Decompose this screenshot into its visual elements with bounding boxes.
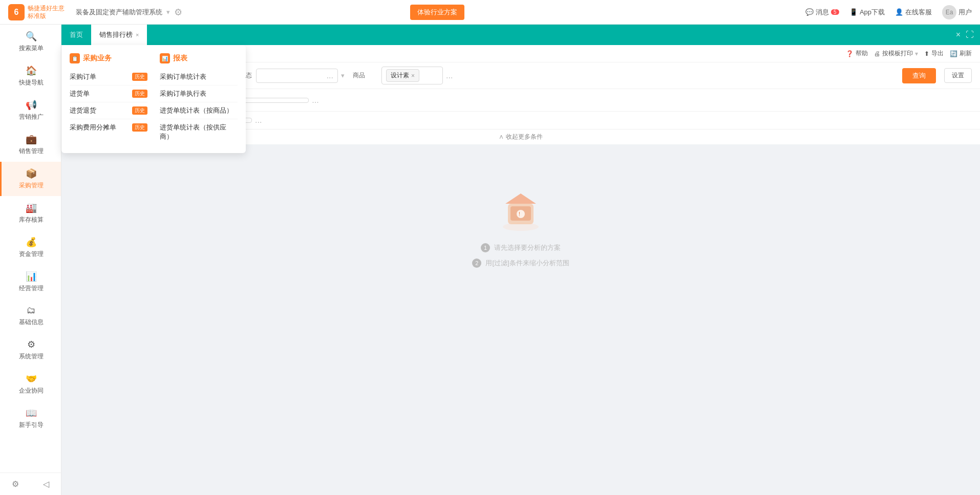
- system-title: 装备及固定资产辅助管理系统 ▾ ⚙: [76, 7, 404, 18]
- print-dropdown-icon[interactable]: ▾: [915, 50, 918, 57]
- logo-text: 畅捷通好生意 标准版: [28, 5, 65, 19]
- sidebar-item-search[interactable]: 🔍 搜索菜单: [0, 25, 61, 59]
- dropdown-col-purchase: 📋 采购业务 采购订单 历史 进货单 历史 进货退货 历史 采购费用分摊单: [70, 53, 147, 145]
- goods-input[interactable]: 设计素 ×: [381, 67, 443, 84]
- purchase-return-item[interactable]: 进货退货 历史: [70, 102, 147, 119]
- message-icon: 💬: [805, 8, 814, 16]
- purchase-expense-item[interactable]: 采购费用分摊单 历史: [70, 119, 147, 136]
- sidebar-settings-icon[interactable]: ⚙: [12, 479, 19, 489]
- phone-icon: 📱: [849, 8, 858, 16]
- home-icon: 🏠: [26, 65, 37, 76]
- sidebar-item-inventory[interactable]: 🏭 库存核算: [0, 196, 61, 230]
- help-btn[interactable]: ❓ 帮助: [846, 49, 868, 58]
- refresh-icon: 🔄: [950, 50, 957, 57]
- sidebar-item-operation[interactable]: 📊 经营管理: [0, 265, 61, 299]
- sidebar-item-sales[interactable]: 💼 销售管理: [0, 127, 61, 162]
- marketing-icon: 📢: [26, 99, 37, 111]
- app-download-item[interactable]: 📱 App下载: [849, 8, 885, 17]
- print-btn[interactable]: 🖨 按模板打印 ▾: [874, 49, 918, 58]
- report-col-icon: 📊: [160, 53, 170, 63]
- sidebar-item-quick-nav[interactable]: 🏠 快捷导航: [0, 59, 61, 93]
- finance-icon: 💰: [26, 236, 37, 248]
- customer-more[interactable]: ...: [255, 116, 262, 125]
- tab-close-window-icon[interactable]: ×: [956, 30, 961, 39]
- sidebar-item-purchase[interactable]: 📦 采购管理: [0, 162, 61, 196]
- export-btn[interactable]: ⬆ 导出: [924, 49, 944, 58]
- logo-icon: 6: [8, 4, 25, 20]
- order-status-more[interactable]: ...: [327, 71, 333, 80]
- title-dropdown-arrow[interactable]: ▾: [166, 8, 170, 16]
- system-icon: ⚙: [27, 339, 35, 350]
- goods-tag-remove[interactable]: ×: [411, 72, 415, 79]
- goods-field: 商品 设计素 × ...: [353, 67, 453, 84]
- report-order-exec-item[interactable]: 采购订单执行表: [160, 85, 238, 102]
- settings-icon[interactable]: ⚙: [174, 7, 182, 18]
- dropdown-col-report: 📊 报表 采购订单统计表 采购订单执行表 进货单统计表（按商品） 进货单统计表（…: [160, 53, 238, 145]
- empty-state: ! 1 请先选择要分析的方案 2 用[过滤]条件来缩小分析范围: [61, 145, 980, 309]
- message-badge: 5: [831, 9, 839, 15]
- industry-btn[interactable]: 体验行业方案: [410, 5, 464, 20]
- purchase-return-history: 历史: [132, 106, 147, 115]
- report-col-header: 📊 报表: [160, 53, 238, 63]
- export-icon: ⬆: [924, 50, 929, 57]
- goods-more[interactable]: ...: [446, 71, 453, 80]
- print-icon: 🖨: [874, 50, 880, 57]
- order-status-arrow[interactable]: ▾: [341, 72, 345, 79]
- sidebar-item-finance[interactable]: 💰 资金管理: [0, 230, 61, 265]
- report-order-stat-item[interactable]: 采购订单统计表: [160, 69, 238, 85]
- search-icon: 🔍: [26, 31, 37, 42]
- purchase-icon: 📦: [26, 168, 37, 179]
- empty-illustration: !: [495, 186, 546, 237]
- sidebar-collapse-icon[interactable]: ◁: [43, 479, 49, 489]
- tab-maximize-icon[interactable]: ⛶: [966, 30, 974, 39]
- sidebar-item-system[interactable]: ⚙ 系统管理: [0, 333, 61, 367]
- tab-home[interactable]: 首页: [61, 25, 91, 45]
- guide-icon: 📖: [26, 407, 37, 419]
- avatar: Ea: [942, 5, 956, 19]
- purchase-order-history: 历史: [132, 73, 147, 81]
- purchase-in-item[interactable]: 进货单 历史: [70, 85, 147, 102]
- purchase-col-header: 📋 采购业务: [70, 53, 147, 63]
- svg-marker-3: [505, 193, 536, 204]
- tab-bar: 首页 销售排行榜 × × ⛶: [61, 25, 980, 45]
- report-in-goods-item[interactable]: 进货单统计表（按商品）: [160, 102, 238, 119]
- enterprise-icon: 🤝: [26, 373, 37, 384]
- svg-point-4: [517, 210, 525, 218]
- purchase-order-item[interactable]: 采购订单 历史: [70, 69, 147, 85]
- sidebar-item-marketing[interactable]: 📢 营销推广: [0, 93, 61, 127]
- purchase-expense-history: 历史: [132, 123, 147, 132]
- empty-hint-2: 2 用[过滤]条件来缩小分析范围: [472, 259, 569, 268]
- dropdown-cols: 📋 采购业务 采购订单 历史 进货单 历史 进货退货 历史 采购费用分摊单: [70, 53, 238, 145]
- sidebar-item-enterprise[interactable]: 🤝 企业协同: [0, 367, 61, 401]
- user-item[interactable]: Ea 用户: [942, 5, 972, 19]
- online-service-item[interactable]: 👤 在线客服: [895, 8, 932, 17]
- topbar-right: 💬 消息 5 📱 App下载 👤 在线客服 Ea 用户: [805, 5, 972, 19]
- help-icon: ❓: [846, 50, 854, 57]
- sidebar: 🔍 搜索菜单 🏠 快捷导航 📢 营销推广 💼 销售管理 📦 采购管理 🏭: [0, 25, 61, 495]
- tab-sales-rank[interactable]: 销售排行榜 ×: [91, 25, 147, 45]
- sidebar-item-basic-info[interactable]: 🗂 基础信息: [0, 299, 61, 333]
- sales-icon: 💼: [26, 134, 37, 145]
- report-in-supplier-item[interactable]: 进货单统计表（按供应商）: [160, 119, 238, 145]
- service-icon: 👤: [895, 8, 903, 16]
- tab-bar-right: × ⛶: [956, 30, 980, 39]
- purchase-col-icon: 📋: [70, 53, 80, 63]
- refresh-btn[interactable]: 🔄 刷新: [950, 49, 972, 58]
- purchase-dropdown-menu: 📋 采购业务 采购订单 历史 进货单 历史 进货退货 历史 采购费用分摊单: [61, 45, 246, 153]
- setting-btn[interactable]: 设置: [944, 68, 972, 83]
- empty-hint-1: 1 请先选择要分析的方案: [481, 243, 561, 252]
- basic-info-icon: 🗂: [27, 305, 36, 316]
- goods-tag: 设计素 ×: [386, 69, 419, 82]
- logo: 6 畅捷通好生意 标准版: [8, 4, 70, 20]
- svg-text:!: !: [519, 211, 520, 217]
- inventory-icon: 🏭: [26, 202, 37, 213]
- operation-icon: 📊: [26, 271, 37, 282]
- message-item[interactable]: 💬 消息 5: [805, 8, 839, 17]
- tab-close-icon[interactable]: ×: [136, 32, 139, 38]
- order-status-input[interactable]: ...: [256, 69, 338, 83]
- goods-label: 商品: [353, 71, 378, 80]
- sidebar-item-guide[interactable]: 📖 新手引导: [0, 401, 61, 436]
- query-btn[interactable]: 查询: [902, 68, 936, 83]
- salesman-more[interactable]: ...: [312, 96, 318, 105]
- sidebar-bottom: ⚙ ◁: [0, 472, 61, 495]
